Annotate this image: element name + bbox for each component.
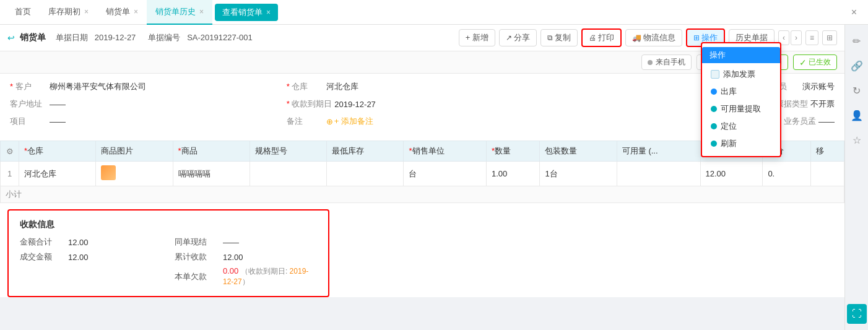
payment-arrears-label: 本单欠款: [175, 271, 218, 282]
tab-inventory-init[interactable]: 库存期初 ×: [40, 0, 97, 25]
locate-icon: [711, 123, 717, 129]
available-qty-icon: [711, 106, 717, 112]
logistics-button[interactable]: 🚚 物流信息: [625, 29, 682, 46]
tab-close-history[interactable]: ×: [199, 7, 204, 16]
row-pack-qty: 1台: [540, 162, 617, 186]
customer-value: 柳州粤港平安气体有限公司: [50, 81, 146, 92]
add-note-button[interactable]: ⊕ + 添加备注: [326, 116, 373, 127]
payment-transaction-row: 成交金额 12.00: [20, 251, 162, 263]
tab-close-sales[interactable]: ×: [134, 7, 138, 16]
payment-title: 收款信息: [20, 219, 317, 230]
sidebar-link-icon[interactable]: 🔗: [847, 56, 867, 76]
payment-box: 收款信息 金额合计 12.00 同单现结 —— 成交金额 12.00 累计收款 …: [7, 209, 329, 297]
effective-button[interactable]: ✓ 已生效: [793, 54, 837, 70]
col-product: *商品: [173, 141, 250, 162]
payment-cumulative-label: 累计收款: [175, 251, 218, 263]
col-warehouse: *仓库: [19, 141, 96, 162]
row-product-img: [96, 162, 173, 186]
tab-close-view[interactable]: ×: [266, 8, 271, 17]
from-phone-button[interactable]: 来自手机: [641, 54, 692, 70]
business-staff-value: ——: [818, 117, 835, 126]
due-date-value: 2019-12-27: [334, 100, 376, 109]
business-staff-group: 业务员孟 ——: [563, 116, 835, 127]
sidebar-expand-icon[interactable]: ⛶: [847, 304, 867, 324]
payment-total-label: 金额合计: [20, 237, 63, 248]
col-spec: 规格型号: [250, 141, 326, 162]
tab-view-sales[interactable]: 查看销货单 ×: [215, 4, 278, 21]
doc-date-label: 单据日期 2019-12-27: [56, 32, 136, 43]
payment-cumulative-value: 12.00: [223, 253, 243, 262]
payment-grid: 金额合计 12.00 同单现结 —— 成交金额 12.00 累计收款 12.00: [20, 237, 317, 287]
share-button[interactable]: ↗ 分享: [499, 29, 537, 46]
col-pack-qty: 包装数量: [540, 141, 617, 162]
dropdown-refresh[interactable]: 刷新: [702, 135, 780, 152]
sidebar-star-icon[interactable]: ☆: [847, 130, 867, 150]
row-sales-unit: 台: [404, 162, 486, 186]
refresh-icon: [711, 141, 717, 147]
subtotal-row: 小计: [1, 186, 844, 203]
row-more: [810, 162, 844, 186]
sidebar-refresh-icon[interactable]: ↻: [847, 80, 867, 100]
payment-arrears-row: 本单欠款 0.00 （收款到期日: 2019-12-27）: [175, 266, 317, 287]
dropdown-outbound[interactable]: 出库: [702, 83, 780, 100]
add-note-plus: ⊕: [326, 117, 333, 126]
payment-transaction-label: 成交金额: [20, 251, 63, 263]
view-grid-button[interactable]: ⊞: [822, 30, 837, 45]
dropdown-add-invoice[interactable]: 添加发票: [702, 66, 780, 83]
doc-icon: ↩: [7, 33, 15, 43]
nav-next-button[interactable]: ›: [791, 30, 802, 45]
address-group: 客户地址 ——: [10, 98, 282, 110]
global-close-button[interactable]: ×: [846, 7, 862, 18]
doc-num-label: 单据编号 SA-20191227-001: [148, 32, 252, 43]
row-unit-price: 0.: [763, 162, 810, 186]
warehouse-group: 仓库 河北仓库: [287, 81, 558, 92]
tab-close-inventory[interactable]: ×: [84, 7, 89, 16]
dropdown-locate[interactable]: 定位: [702, 118, 780, 135]
nav-arrows: ‹ ›: [778, 30, 802, 45]
project-label: 项目: [10, 116, 47, 127]
right-sidebar: ✏ 🔗 ↻ 👤 ☆ ⛶: [844, 25, 868, 330]
view-list-button[interactable]: ≡: [805, 30, 818, 45]
tab-home[interactable]: 首页: [6, 0, 40, 25]
row-available: [617, 162, 700, 186]
copy-button[interactable]: ⧉ 复制: [540, 29, 578, 46]
warehouse-value: 河北仓库: [326, 81, 358, 92]
payment-arrears-value: 0.00 （收款到期日: 2019-12-27）: [223, 266, 317, 287]
print-button[interactable]: 🖨 打印: [581, 28, 622, 47]
sidebar-user-icon[interactable]: 👤: [847, 105, 867, 125]
row-quantity: 1.00: [486, 162, 540, 186]
ticket-type-group: 票据类型 不开票: [563, 98, 835, 110]
due-date-label: 收款到期日: [287, 98, 332, 110]
toolbar-left: ↩ 销货单 单据日期 2019-12-27 单据编号 SA-20191227-0…: [7, 32, 260, 43]
note-label: 备注: [287, 116, 324, 127]
product-image: [101, 165, 116, 180]
dropdown-header: 操作: [702, 47, 780, 63]
row-spec: [250, 162, 326, 186]
row-current-stock: 12.00: [700, 162, 763, 186]
staff-group: 业务员 演示账号: [563, 81, 835, 92]
tab-sales-order[interactable]: 销货单 ×: [97, 0, 147, 25]
col-quantity: *数量: [486, 141, 540, 162]
dropdown-available-qty[interactable]: 可用量提取: [702, 100, 780, 118]
col-product-img: 商品图片: [96, 141, 173, 162]
address-label: 客户地址: [10, 98, 47, 110]
sidebar-edit-icon[interactable]: ✏: [847, 31, 867, 51]
col-min-stock: 最低库存: [327, 141, 404, 162]
doc-title: 销货单: [20, 32, 46, 43]
payment-same-order-row: 同单现结 ——: [175, 237, 317, 248]
col-sales-unit: *销售单位: [404, 141, 486, 162]
new-button[interactable]: + 新增: [459, 29, 495, 46]
warehouse-label: 仓库: [287, 81, 324, 92]
project-value: ——: [50, 117, 66, 126]
business-staff-label: 业务员孟: [778, 116, 816, 127]
table-row: 1 河北仓库 嗝嗝嗝嗝 台 1.00 1台 12.00 0.: [1, 162, 844, 186]
payment-transaction-value: 12.00: [68, 253, 89, 262]
effective-icon: ✓: [799, 58, 807, 67]
row-min-stock: [327, 162, 404, 186]
note-group: 备注 ⊕ + 添加备注: [287, 116, 558, 127]
due-date-group: 收款到期日 2019-12-27: [287, 98, 558, 110]
customer-label: 客户: [10, 81, 47, 92]
payment-cumulative-row: 累计收款 12.00: [175, 251, 317, 263]
tab-sales-history[interactable]: 销货单历史 ×: [147, 0, 212, 25]
col-gear[interactable]: ⚙: [1, 141, 19, 162]
